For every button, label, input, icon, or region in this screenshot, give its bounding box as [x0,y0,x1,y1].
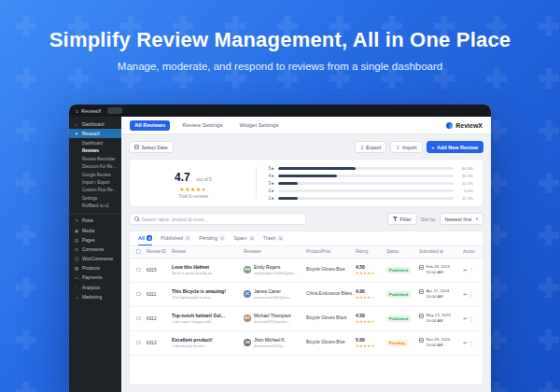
select-all-checkbox[interactable] [136,249,141,254]
sidebar-divider [69,214,121,215]
sidebar-item-media[interactable]: ▣Media [69,226,121,235]
reviewer-info: James Carterjamescarter2k@gma... [254,289,292,300]
more-actions-icon[interactable]: ⋮ [469,291,475,297]
avatar: JC [244,290,251,298]
reply-icon[interactable]: ↩ [463,267,468,273]
sidebar-subitem-google-review[interactable]: Google Review [69,171,121,178]
star-icon: ★ [202,187,207,192]
row-checkbox[interactable] [136,341,141,345]
sidebar-subitem-custom-post-review[interactable]: Custom Post Review [69,187,121,194]
status-tab-spam[interactable]: Spam0 [233,235,254,245]
distribution-bar-track [278,189,454,192]
sidebar-item-products[interactable]: ▦Products [69,264,121,273]
star-icon: ★ [371,319,375,324]
filter-button[interactable]: Filter [387,213,417,225]
status-tab-all[interactable]: All9 [138,235,152,245]
rating-cell: 4.50★★★★★ [356,313,384,324]
sidebar-item-comments[interactable]: ✉Comments [69,245,121,254]
submitted-cell: Apr 17, 2024 10:04 AM [419,288,460,299]
menu-icon: ≡ [76,108,78,114]
reviewer-email: jamescarter2k@gma... [254,295,292,300]
distribution-row: 3★11.1% [265,181,473,186]
rating-summary-card: 4.7 out of 5 ★★★★★ Total 9 reviews 5★44.… [129,159,483,207]
more-actions-icon[interactable]: ⋮ [469,340,475,345]
status-tab-count: 0 [249,235,255,241]
sort-value: Newest first [445,217,472,222]
status-tab-trash[interactable]: Trash0 [263,235,284,245]
distribution-row: 1★11.1% [265,196,473,201]
product-cell: Bicycle Gloves-Blue [306,340,353,345]
sidebar-subitem-review-reminder[interactable]: Review Reminder [69,155,121,162]
more-actions-icon[interactable]: ⋮ [469,315,475,321]
select-date-button[interactable]: Select Date [129,141,174,153]
sidebar-item-payments[interactable]: ▭Payments [69,273,121,283]
payments-icon: ▭ [74,275,79,280]
add-new-review-button[interactable]: + Add New Review [427,141,483,153]
toolbar-right: ↥ Export ↧ Import + Add New Review [355,141,483,153]
export-button[interactable]: ↥ Export [355,141,387,153]
rating-cell: 5.00★★★★★ [356,337,384,348]
status-badge: Pending [386,340,408,346]
search-input[interactable] [142,217,301,222]
import-button[interactable]: ↧ Import [390,141,422,153]
sidebar-subitem-discount-for-review[interactable]: Discount For Review [69,163,121,171]
status-tab-count: 2 [219,235,225,241]
tab-widget-settings[interactable]: Widget Settings [234,120,283,131]
total-reviews-label: Total 9 reviews [139,194,247,199]
status-tab-published[interactable]: Published7 [161,235,190,245]
calendar-icon [419,265,424,270]
more-actions-icon[interactable]: ⋮ [469,267,475,273]
row-checkbox[interactable] [136,316,141,321]
sidebar-subitem-rollback-to-v1[interactable]: RollBack to v1 [69,202,121,209]
status-cell: Published [386,291,416,298]
sidebar-subitem-import-export[interactable]: Import / Export [69,178,121,186]
rating-stars: ★★★★★ [356,343,384,348]
status-tab-pending[interactable]: Pending2 [199,235,225,245]
submitted-cell: May 23, 2024 10:04 AM [419,313,460,323]
reply-icon[interactable]: ↩ [463,340,468,345]
sidebar-subitem-settings[interactable]: Settings [69,194,121,202]
table-header: Review IDReviewReviewerProduct/PostRatin… [130,246,483,259]
sidebar-item-reviewx[interactable]: ✦ReviewX [69,129,121,138]
row-checkbox[interactable] [136,268,141,273]
distribution-row: 2★0.0% [265,189,473,193]
sidebar-item-marketing[interactable]: ◃Marketing [69,292,121,301]
media-icon: ▣ [74,229,79,233]
hero-section: Simplify Review Management, All in One P… [0,0,560,72]
sidebar-item-analytics[interactable]: ◔Analytics [69,283,121,292]
reply-icon[interactable]: ↩ [463,315,468,321]
reply-icon[interactable]: ↩ [463,291,468,297]
sidebar-item-label: Media [82,229,94,233]
titlebar-tab[interactable] [107,107,122,114]
sort-dropdown[interactable]: Newest first ▾ [440,213,484,225]
tab-review-settings[interactable]: Review Settings [177,120,227,131]
sidebar-subitem-reviews[interactable]: Reviews [69,147,121,155]
rating-cell: 4.00★★★★★ [356,288,384,300]
rating-value: 4.00 [356,288,384,294]
reviewer-email: emilyrogers1000@gma... [254,271,297,275]
sidebar-item-pages[interactable]: ▤Pages [69,235,121,245]
distribution-row: 4★33.3% [265,174,473,178]
calendar-icon [419,338,424,343]
sidebar-item-dashboard[interactable]: ⌂Dashboard [69,119,121,129]
reviewer-name: James Carter [254,289,292,294]
sidebar-item-woocommerce[interactable]: ⓌWooCommerce [69,255,121,264]
row-checkbox[interactable] [136,292,141,297]
row-actions: ↩⋮ [463,315,476,321]
sidebar-item-label: Comments [82,247,104,252]
sidebar-item-label: Posts [82,218,93,223]
status-badge: Published [386,267,411,273]
wp-admin-sidebar: ⌂Dashboard✦ReviewXDashboardReviewsReview… [69,117,121,392]
dashboard-icon: ⌂ [74,122,79,127]
reviewx-logo-text: ReviewX [455,122,483,129]
star-icon: ★ [371,271,375,275]
sidebar-item-posts[interactable]: ✎Posts [69,217,121,226]
reviewer-info: Jhon Michael K.jhonmichael1@g... [254,338,286,348]
tab-all-reviews[interactable]: All Reviews [130,120,170,131]
sidebar-item-label: WooCommerce [82,257,113,261]
sidebar-subitem-dashboard[interactable]: Dashboard [69,139,121,147]
distribution-bar-track [278,175,454,177]
review-cell: Love this HelmetSuch a great quality pr.… [172,264,241,275]
sidebar-item-label: Marketing [82,295,102,300]
reviewer-cell: MTMichael Thompsonmichaelt23@gmail.c... [244,314,303,324]
